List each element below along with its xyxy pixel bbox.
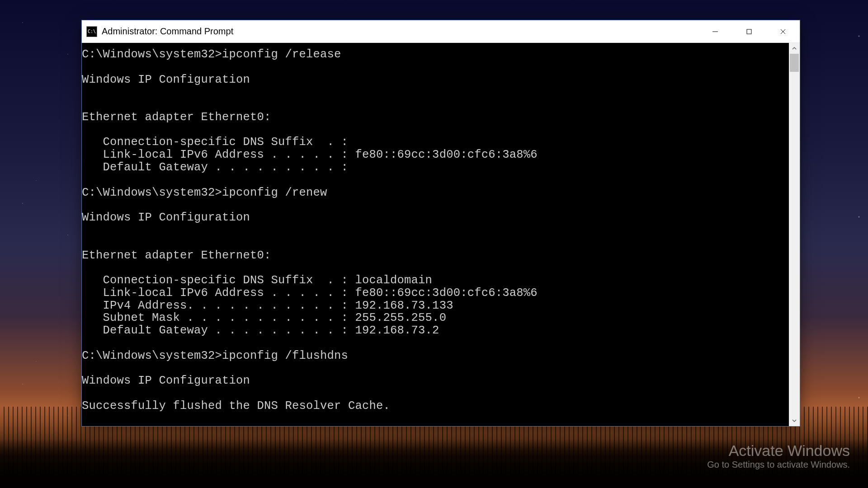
minimize-button[interactable]: [698, 20, 732, 42]
scroll-down-button[interactable]: [789, 415, 800, 426]
cmd-icon: C:\: [86, 26, 97, 37]
maximize-button[interactable]: [732, 20, 766, 42]
window-controls: [698, 20, 800, 42]
titlebar[interactable]: C:\ Administrator: Command Prompt: [82, 20, 800, 43]
terminal-area: C:\Windows\system32>ipconfig /release Wi…: [82, 43, 800, 426]
close-button[interactable]: [766, 20, 800, 42]
watermark-title: Activate Windows: [707, 442, 850, 460]
activate-windows-watermark: Activate Windows Go to Settings to activ…: [707, 442, 850, 470]
scroll-thumb[interactable]: [790, 54, 799, 72]
command-prompt-window: C:\ Administrator: Command Prompt C:\Win…: [81, 20, 800, 427]
svg-rect-1: [747, 29, 751, 34]
vertical-scrollbar[interactable]: [789, 43, 800, 426]
window-title: Administrator: Command Prompt: [102, 26, 698, 37]
watermark-subtitle: Go to Settings to activate Windows.: [707, 460, 850, 470]
terminal-output[interactable]: C:\Windows\system32>ipconfig /release Wi…: [82, 43, 789, 426]
scroll-up-button[interactable]: [789, 43, 800, 54]
